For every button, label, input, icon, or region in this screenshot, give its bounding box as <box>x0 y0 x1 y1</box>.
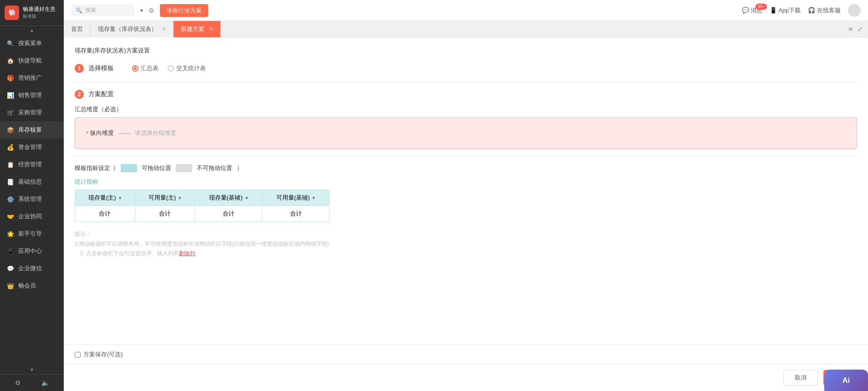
col-1-dropdown[interactable]: ▾ <box>179 195 181 201</box>
message-count: 99+ <box>756 4 767 10</box>
sidebar-item-label: 采购管理 <box>18 108 42 117</box>
cell-0-1: 合计 <box>135 206 195 222</box>
section-scheme-config: 2 方案配置 汇总维度（必选） * 纵向维度 —— 请选择分组维度 <box>75 90 857 259</box>
sidebar-item-sales[interactable]: 📊 销售管理 <box>0 87 64 104</box>
ai-bubble[interactable]: Ai <box>824 370 868 391</box>
tab-home[interactable]: 首页 <box>64 21 91 37</box>
col-header-2[interactable]: 现存量(基辅) ▾ <box>195 190 262 206</box>
section-choose-template: 1 选择模板 汇总表 交叉统计表 <box>75 64 857 73</box>
sidebar-item-finance[interactable]: 💰 资金管理 <box>0 139 64 156</box>
dimension-separator: —— <box>118 130 130 137</box>
col-2-dropdown[interactable]: ▾ <box>245 195 248 201</box>
tab-new-scheme-close[interactable]: ✕ <box>209 26 213 32</box>
section2-num: 2 <box>75 90 84 99</box>
sidebar-scroll-up[interactable]: ▲ <box>0 26 64 35</box>
non-draggable-label: 不可拖动位置 <box>197 164 232 172</box>
sidebar-item-enterprise[interactable]: 🤝 企业协同 <box>0 208 64 225</box>
topbar-gear-icon[interactable]: ⚙ <box>148 7 154 14</box>
draggable-label: 可拖动位置 <box>142 164 171 172</box>
dimension-box[interactable]: * 纵向维度 —— 请选择分组维度 <box>75 117 857 149</box>
sidebar-item-wechat[interactable]: 💬 企业微信 <box>0 260 64 277</box>
tabbar-right-icons: ✕ ⤢ <box>848 26 868 33</box>
online-service-link[interactable]: 🎧 在线客服 <box>808 6 841 15</box>
cell-0-2: 合计 <box>195 206 262 222</box>
sidebar-item-quick-nav[interactable]: 🏠 快捷导航 <box>0 52 64 69</box>
radio-cross[interactable]: 交叉统计表 <box>168 64 206 72</box>
sidebar-item-label: 库存核算 <box>18 126 42 134</box>
required-mark: * <box>86 130 88 137</box>
industry-btn[interactable]: 体验行业方案 <box>160 4 208 17</box>
quick-nav-icon: 🏠 <box>6 57 15 65</box>
tab-new-scheme-label: 新建方案 <box>181 25 204 33</box>
footer-buttons: 取消 查询 <box>64 364 868 391</box>
tip-0: 1.拖动标题栏可以调整布局，不可跨维度或指标区域拖动栏目字段(只能在同一维度或指… <box>75 239 857 249</box>
col-header-3[interactable]: 可用量(基辅) ▾ <box>262 190 330 206</box>
sidebar-item-purchase[interactable]: 🛒 采购管理 <box>0 104 64 121</box>
app-center-icon: 📱 <box>6 247 15 255</box>
sidebar-item-operation[interactable]: 📋 经营管理 <box>0 156 64 173</box>
user-avatar[interactable] <box>848 4 861 17</box>
topbar-dropdown[interactable]: ▾ <box>140 7 143 14</box>
radio-cross-dot <box>168 65 174 72</box>
cancel-button[interactable]: 取消 <box>783 370 818 386</box>
sidebar-item-label: 搜索菜单 <box>18 39 42 47</box>
sidebar-item-label: 畅会员 <box>18 282 36 290</box>
tab-new-scheme[interactable]: 新建方案 ✕ <box>174 21 221 37</box>
col-header-1[interactable]: 可用量(主) ▾ <box>135 190 195 206</box>
save-row: 方案保存(可选) <box>64 345 868 364</box>
app-download-link[interactable]: 📱 App下载 <box>770 6 801 15</box>
purchase-icon: 🛒 <box>6 108 15 117</box>
col-header-0[interactable]: 现存量(主) ▾ <box>75 190 135 206</box>
message-badge-container[interactable]: 💬 消息 99+ <box>742 6 763 15</box>
sidebar-item-label: 营销推广 <box>18 74 42 82</box>
tip-1: 2. 点击标题栏下拉可设置排序、插入列和删除列 <box>75 249 857 259</box>
sidebar-item-newbie[interactable]: 🌟 新手引导 <box>0 225 64 242</box>
sidebar-item-label: 企业微信 <box>18 264 42 273</box>
sound-icon[interactable]: 🔈 <box>41 379 49 386</box>
sidebar-item-inventory[interactable]: 📦 库存核算 <box>0 121 64 139</box>
sidebar-item-app-center[interactable]: 📱 应用中心 <box>0 242 64 260</box>
marketing-icon: 🎁 <box>6 74 15 82</box>
indicator-suffix: ） <box>237 164 243 172</box>
sidebar-item-label: 应用中心 <box>18 247 42 255</box>
tip-1-highlight[interactable]: 删除列 <box>179 250 195 257</box>
search-placeholder: 搜索 <box>85 6 96 14</box>
sidebar-item-marketing[interactable]: 🎁 营销推广 <box>0 69 64 87</box>
radio-cross-label: 交叉统计表 <box>176 64 206 72</box>
divider2 <box>75 156 857 157</box>
logo-title: 畅康通好生意 <box>23 6 56 13</box>
topbar-right: 💬 消息 99+ 📱 App下载 🎧 在线客服 <box>742 4 861 17</box>
tab-inventory-status[interactable]: 现存量（库存状况表） ✕ <box>91 21 174 37</box>
sidebar-bottom: ⚙ 🔈 <box>0 374 64 391</box>
tab-close-icon[interactable]: ✕ <box>848 26 853 33</box>
logo-icon: 畅 <box>5 5 19 20</box>
radio-summary[interactable]: 汇总表 <box>132 64 158 72</box>
section1-num: 1 <box>75 64 84 73</box>
headset-icon: 🎧 <box>808 7 815 14</box>
tab-expand-icon[interactable]: ⤢ <box>857 26 863 33</box>
sidebar-item-label: 销售管理 <box>18 91 42 99</box>
sales-icon: 📊 <box>6 91 15 99</box>
col-3-dropdown[interactable]: ▾ <box>312 195 315 201</box>
tab-inventory-close[interactable]: ✕ <box>162 26 166 32</box>
inventory-icon: 📦 <box>6 126 15 134</box>
search-box[interactable]: 🔍 搜索 <box>71 5 135 16</box>
settings-icon[interactable]: ⚙ <box>15 379 21 386</box>
save-label: 方案保存(可选) <box>83 350 123 359</box>
tabbar: 首页 现存量（库存状况表） ✕ 新建方案 ✕ ✕ ⤢ <box>64 21 868 37</box>
section1-header: 1 选择模板 汇总表 交叉统计表 <box>75 64 857 73</box>
sidebar-item-system[interactable]: ⚙️ 系统管理 <box>0 190 64 208</box>
basic-info-icon: 📑 <box>6 178 15 186</box>
dimension-placeholder: 请选择分组维度 <box>135 129 176 137</box>
sidebar-item-basic-info[interactable]: 📑 基础信息 <box>0 173 64 190</box>
sidebar-item-label: 快捷导航 <box>18 57 42 65</box>
col-0-dropdown[interactable]: ▾ <box>119 195 122 201</box>
draggable-indicator-box <box>121 164 137 172</box>
sidebar-item-member[interactable]: 👑 畅会员 <box>0 277 64 294</box>
tab-home-label: 首页 <box>71 25 83 33</box>
sidebar-item-search-menu[interactable]: 🔍 搜索菜单 <box>0 35 64 52</box>
template-indicator: 模板指标设定（ 可拖动位置 不可拖动位置 ） <box>75 164 857 172</box>
radio-summary-label: 汇总表 <box>141 64 158 72</box>
save-checkbox[interactable] <box>75 352 81 358</box>
sidebar-scroll-down[interactable]: ▼ <box>0 365 64 374</box>
